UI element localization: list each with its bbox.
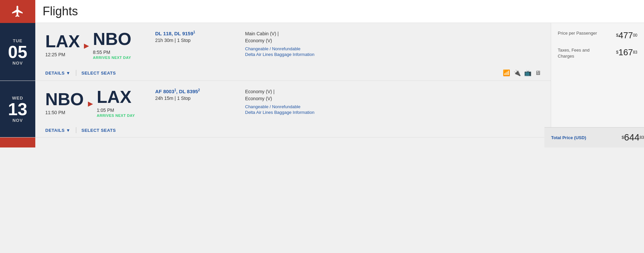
destination-1: NBO 8:55 PM ARRIVES NEXT DAY <box>93 30 132 60</box>
price-per-passenger-label: Price per Passenger <box>558 30 597 36</box>
flight-content-1: LAX 12:25 PM ▶ NBO 8:55 PM ARRIVES NEXT … <box>35 23 551 81</box>
total-price-row: Total Price (USD) $64483 <box>544 127 644 147</box>
usb-icon: 🔌 <box>513 69 521 77</box>
day-num-2: 13 <box>8 101 27 118</box>
details-btn-2[interactable]: DETAILS ▼ <box>45 128 71 133</box>
route-arrow-2: ▶ <box>88 100 93 108</box>
taxes-row: Taxes, Fees and Charges $16783 <box>558 47 637 59</box>
bottom-bar-row <box>0 137 551 147</box>
total-price-value: $64483 <box>622 132 644 143</box>
main-layout: TUE 05 NOV LAX 12:25 PM ▶ <box>0 23 644 147</box>
select-seats-btn-1[interactable]: SELECT SEATS <box>82 71 116 76</box>
route-arrow-1: ▶ <box>84 42 89 50</box>
arrive-time-2: 1:05 PM <box>97 108 135 113</box>
footer-row-1: DETAILS ▼ SELECT SEATS 📶 🔌 📺 🖥 <box>35 65 551 81</box>
amenities-1: 📶 🔌 📺 🖥 <box>503 69 541 77</box>
origin-1: LAX 12:25 PM <box>45 33 80 57</box>
taxes-label: Taxes, Fees and Charges <box>558 47 601 59</box>
flights-column: TUE 05 NOV LAX 12:25 PM ▶ <box>0 23 551 147</box>
date-sidebar-2: WED 13 NOV <box>0 81 35 137</box>
baggage-link-2[interactable]: Delta Air Lines Baggage Information <box>245 110 345 115</box>
cabin-1: Main Cabin (V) | <box>245 31 279 36</box>
destination-2: LAX 1:05 PM ARRIVES NEXT DAY <box>97 88 135 118</box>
month-2: NOV <box>12 118 23 123</box>
flight-block-1: TUE 05 NOV LAX 12:25 PM ▶ <box>0 23 551 81</box>
cabin-section-2: Economy (V) | Economy (V) Changeable / N… <box>245 88 345 115</box>
total-price-label: Total Price (USD) <box>551 135 586 140</box>
changeable-link-2[interactable]: Changeable / Nonrefundable <box>245 104 345 109</box>
flight-content-2: NBO 11:50 PM ▶ LAX 1:05 PM ARRIVES NEXT … <box>35 81 551 137</box>
wifi-icon: 📶 <box>503 69 510 77</box>
header: Flights <box>0 0 644 23</box>
separator-2 <box>76 127 76 133</box>
page-title: Flights <box>43 4 78 18</box>
month-1: NOV <box>12 61 23 66</box>
arrive-time-1: 8:55 PM <box>93 50 132 55</box>
flight-main-row-1: LAX 12:25 PM ▶ NBO 8:55 PM ARRIVES NEXT … <box>35 23 551 65</box>
flight-block-2: WED 13 NOV NBO 11:50 PM ▶ <box>0 81 551 137</box>
flight-details-1: DL 118, DL 91591 21h 30m | 1 Stop <box>155 30 228 43</box>
separator-1 <box>76 70 76 76</box>
flight-number-2: AF 80031, DL 83952 <box>155 88 228 94</box>
details-btn-1[interactable]: DETAILS ▼ <box>45 71 71 76</box>
price-top: Price per Passenger $47700 Taxes, Fees a… <box>551 23 644 127</box>
price-column: Price per Passenger $47700 Taxes, Fees a… <box>551 23 644 147</box>
footer-row-2: DETAILS ▼ SELECT SEATS <box>35 123 551 137</box>
flight-details-2: AF 80031, DL 83952 24h 15m | 1 Stop <box>155 88 228 101</box>
date-sidebar-1: TUE 05 NOV <box>0 23 35 81</box>
flight-main-row-2: NBO 11:50 PM ▶ LAX 1:05 PM ARRIVES NEXT … <box>35 81 551 123</box>
cabin-2: Economy (V) | <box>245 89 274 94</box>
cabin2-2: Economy (V) <box>245 96 272 101</box>
day-num-1: 05 <box>8 43 27 61</box>
flight-duration-1: 21h 30m | 1 Stop <box>155 38 228 43</box>
route-section-2: NBO 11:50 PM ▶ LAX 1:05 PM ARRIVES NEXT … <box>45 88 139 118</box>
cabin-section-1: Main Cabin (V) | Economy (V) Changeable … <box>245 30 345 57</box>
select-seats-btn-2[interactable]: SELECT SEATS <box>82 128 116 133</box>
cabin2-1: Economy (V) <box>245 38 272 43</box>
flight-number-1: DL 118, DL 91591 <box>155 30 228 36</box>
price-per-passenger-row: Price per Passenger $47700 <box>558 30 637 41</box>
baggage-link-1[interactable]: Delta Air Lines Baggage Information <box>245 52 345 57</box>
screen-icon: 📺 <box>524 69 531 77</box>
bottom-bar <box>0 137 35 147</box>
arrives-next-day-1: ARRIVES NEXT DAY <box>93 56 132 60</box>
changeable-link-1[interactable]: Changeable / Nonrefundable <box>245 46 345 51</box>
monitor-icon: 🖥 <box>535 70 541 77</box>
route-section-1: LAX 12:25 PM ▶ NBO 8:55 PM ARRIVES NEXT … <box>45 30 139 60</box>
header-icon-box <box>0 0 35 23</box>
flight-duration-2: 24h 15m | 1 Stop <box>155 96 228 101</box>
origin-2: NBO 11:50 PM <box>45 91 84 115</box>
taxes-value: $16783 <box>616 47 637 58</box>
price-per-passenger-value: $47700 <box>616 30 637 41</box>
arrives-next-day-2: ARRIVES NEXT DAY <box>97 114 135 118</box>
depart-time-2: 11:50 PM <box>45 110 84 115</box>
plane-icon <box>11 5 24 18</box>
depart-time-1: 12:25 PM <box>45 52 80 57</box>
